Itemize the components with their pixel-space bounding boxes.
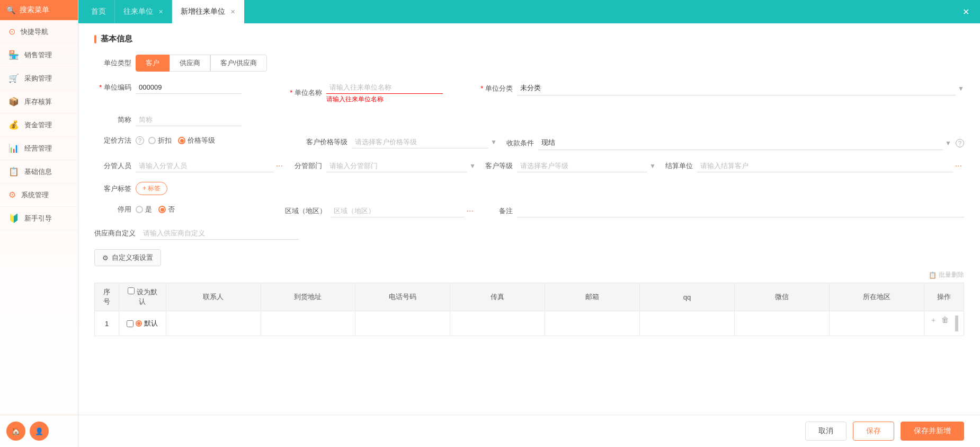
purchase-icon: 🛒	[8, 73, 19, 83]
sidebar-item-basic[interactable]: 📋基础信息	[0, 160, 78, 183]
payment-terms-label: 收款条件	[497, 138, 534, 148]
unit-category-select[interactable]: 未分类 ▼	[517, 81, 964, 95]
sidebar-item-system[interactable]: ⚙系统管理	[0, 183, 78, 207]
short-name-label: 简称	[94, 115, 131, 125]
add-row-icon[interactable]: ＋	[930, 315, 937, 331]
settlement-unit-input[interactable]	[697, 160, 953, 172]
user-icon-btn[interactable]: 👤	[30, 422, 49, 441]
type-btn-both[interactable]: 客户/供应商	[210, 55, 267, 72]
wechat-input[interactable]	[740, 320, 824, 328]
unit-name-input[interactable]	[326, 81, 443, 94]
department-select[interactable]: ▼	[326, 160, 476, 172]
supervisor-input[interactable]	[136, 160, 274, 172]
sidebar-item-purchase[interactable]: 🛒采购管理	[0, 67, 78, 90]
supervisor-row: 分管人员 ··· 分管部门 ▼ 客户等级 ▼	[94, 160, 964, 172]
purchase-label: 采购管理	[24, 74, 52, 83]
tab-label-partners: 往来单位	[123, 7, 153, 16]
tab-close-new-partner[interactable]: ✕	[230, 8, 235, 15]
row-checkbox[interactable]	[127, 320, 133, 327]
region-label: 区域（地区）	[285, 206, 326, 216]
customer-level-input[interactable]	[517, 160, 647, 172]
basic-label: 基础信息	[24, 167, 52, 177]
table-header: 序号设为默认联系人到货地址电话号码传真邮箱qq微信所在地区操作	[95, 283, 964, 311]
sidebar-item-finance[interactable]: 💰资金管理	[0, 113, 78, 137]
payment-terms-select[interactable]: 现结 ▼ ?	[538, 136, 964, 150]
region-table-input[interactable]	[835, 320, 919, 328]
supervisor-more-btn[interactable]: ···	[274, 161, 285, 171]
home-icon-btn[interactable]: 🏠	[6, 422, 25, 441]
unit-code-label: 单位编码	[94, 83, 131, 92]
settlement-unit-more-btn[interactable]: ···	[953, 161, 964, 171]
row-region	[829, 311, 924, 336]
radio-discount-label: 折扣	[158, 136, 172, 145]
remark-label: 备注	[476, 206, 513, 216]
unit-name-error: 请输入往来单位名称	[326, 95, 476, 104]
pricing-method-group: 定价方法 ? 折扣 价格等级	[94, 136, 306, 145]
radio-price-level[interactable]: 价格等级	[178, 136, 215, 145]
unit-category-chevron: ▼	[958, 85, 964, 92]
sidebar-item-operations[interactable]: 📊经营管理	[0, 137, 78, 160]
supplier-custom-input[interactable]	[140, 227, 299, 240]
customer-price-level-input[interactable]	[352, 136, 488, 148]
custom-settings-button[interactable]: ⚙ 自定义项设置	[94, 249, 161, 266]
customer-tag-row: 客户标签 + 标签	[94, 182, 964, 195]
radio-discount[interactable]: 折扣	[148, 136, 172, 145]
sidebar-item-inventory[interactable]: 📦库存核算	[0, 90, 78, 113]
sidebar-item-quick-nav[interactable]: ⊙快捷导航	[0, 20, 78, 43]
tab-partners[interactable]: 往来单位✕	[115, 0, 172, 23]
cancel-button[interactable]: 取消	[805, 422, 847, 441]
row-email	[545, 311, 640, 336]
tab-close-partners[interactable]: ✕	[158, 8, 163, 15]
batch-delete-area: 📋 批量删除	[94, 270, 964, 279]
drag-handle[interactable]	[955, 315, 958, 331]
address-input[interactable]	[266, 320, 350, 328]
type-btn-supplier[interactable]: 供应商	[170, 55, 210, 72]
sidebar-bottom: 🏠 👤	[0, 415, 78, 447]
phone-input[interactable]	[361, 320, 444, 328]
unit-category-value: 未分类	[517, 81, 956, 95]
inventory-label: 库存核算	[24, 97, 52, 107]
email-input[interactable]	[550, 320, 634, 328]
tab-new-partner[interactable]: 新增往来单位✕	[172, 0, 244, 23]
row-select: 默认	[119, 311, 166, 336]
region-more-btn[interactable]: ···	[465, 206, 476, 216]
delete-row-icon[interactable]: 🗑	[941, 315, 949, 331]
row-fax	[450, 311, 545, 336]
customer-price-level-select[interactable]: ▼	[352, 136, 497, 148]
save-new-button[interactable]: 保存并新增	[901, 422, 964, 441]
unit-code-input[interactable]	[136, 81, 242, 94]
search-menu-button[interactable]: 🔍 搜索菜单	[0, 0, 78, 20]
inventory-icon: 📦	[8, 97, 19, 107]
radio-yes-label: 是	[145, 205, 152, 214]
department-input[interactable]	[326, 160, 467, 172]
sidebar-item-sales[interactable]: 🏪销售管理	[0, 43, 78, 67]
row-address	[261, 311, 355, 336]
batch-delete-icon: 📋	[929, 271, 937, 279]
unit-name-group: 单位名称 请输入往来单位名称	[285, 81, 476, 104]
radio-price-level-circle	[178, 137, 185, 144]
remark-input[interactable]	[517, 205, 964, 217]
customer-level-select[interactable]: ▼	[517, 160, 656, 172]
fax-input[interactable]	[456, 320, 539, 328]
sidebar-item-guide[interactable]: 🔰新手引导	[0, 207, 78, 230]
supervisor-label: 分管人员	[94, 161, 131, 171]
window-close-button[interactable]: ✕	[956, 7, 976, 17]
type-btn-customer[interactable]: 客户	[136, 55, 170, 72]
radio-yes[interactable]: 是	[136, 205, 152, 214]
pricing-help-icon[interactable]: ?	[136, 136, 144, 145]
save-button[interactable]: 保存	[853, 422, 894, 441]
disable-radio-group: 是 否	[136, 205, 175, 214]
tab-home[interactable]: 首页	[83, 0, 115, 23]
row-phone	[355, 311, 450, 336]
system-icon: ⚙	[8, 190, 16, 200]
region-input[interactable]	[331, 205, 465, 217]
short-name-input[interactable]	[136, 113, 242, 126]
payment-terms-help-icon[interactable]: ?	[956, 139, 964, 147]
radio-no[interactable]: 否	[158, 205, 175, 214]
qq-input[interactable]	[645, 320, 729, 328]
remark-group: 备注	[476, 205, 964, 217]
contact-input[interactable]	[172, 320, 255, 328]
batch-delete-label[interactable]: 批量删除	[939, 270, 964, 279]
select-all-checkbox[interactable]	[128, 287, 135, 294]
add-tag-button[interactable]: + 标签	[136, 182, 167, 195]
